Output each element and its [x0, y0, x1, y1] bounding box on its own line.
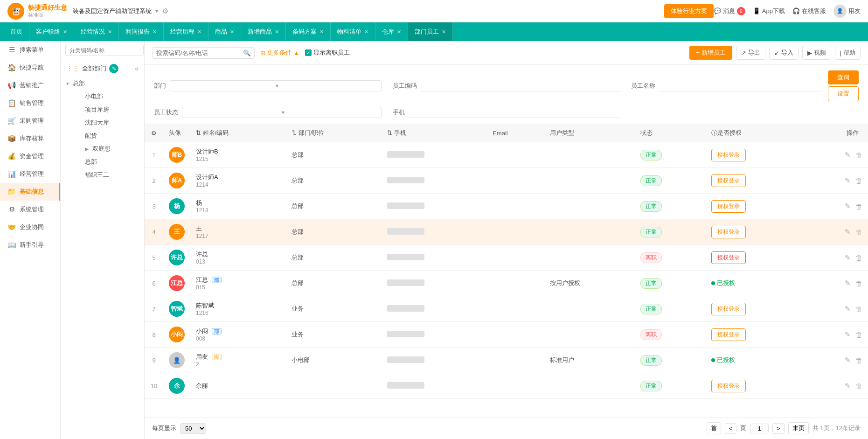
settings-icon[interactable]: ⚙	[162, 7, 168, 15]
delete-icon[interactable]: 🗑	[855, 279, 862, 287]
nav-tab-history[interactable]: 经营历程 ✕	[164, 22, 208, 41]
close-icon[interactable]: ✕	[397, 22, 401, 41]
sidebar-item-finance[interactable]: 💰 资金管理	[0, 147, 60, 165]
delete-icon[interactable]: 🗑	[855, 228, 862, 236]
tree-node-xiaodianbu[interactable]: 小电部	[76, 90, 144, 103]
sidebar-item-inventory[interactable]: 📦 库存核算	[0, 130, 60, 147]
edit-icon[interactable]: ✎	[845, 356, 851, 364]
tree-node-zongbu[interactable]: ▾ 总部	[61, 77, 144, 90]
delete-icon[interactable]: 🗑	[855, 177, 862, 185]
sidebar-item-quick-nav[interactable]: 🏠 快捷导航	[0, 59, 60, 77]
auth-button[interactable]: 授权登录	[711, 328, 746, 341]
import-button[interactable]: ↙ 导入	[769, 46, 799, 60]
edit-icon[interactable]: ✎	[845, 253, 851, 262]
close-icon[interactable]: ✕	[153, 22, 157, 41]
page-input[interactable]	[750, 424, 769, 433]
delete-icon[interactable]: 🗑	[855, 382, 862, 390]
edit-icon[interactable]: ✎	[845, 176, 851, 185]
tree-node-shuangluo[interactable]: ▶ 双庭想	[76, 142, 144, 155]
auth-button[interactable]: 授权登录	[711, 149, 746, 161]
delete-icon[interactable]: 🗑	[855, 331, 862, 339]
sidebar-item-marketing[interactable]: 📢 营销推广	[0, 77, 60, 94]
edit-icon[interactable]: ✎	[845, 330, 851, 339]
tree-node-buzhiwang[interactable]: 補织王二	[76, 168, 144, 181]
settings-icon[interactable]: ⚙	[151, 130, 157, 137]
message-item[interactable]: 💬 消息 6	[714, 7, 745, 15]
tree-node-zongbu2[interactable]: 总部	[76, 155, 144, 168]
tree-node-peihuo[interactable]: 配货	[76, 129, 144, 142]
sidebar-item-search-menu[interactable]: ☰ 搜索菜单	[0, 41, 60, 59]
auth-button[interactable]: 授权登录	[711, 174, 746, 187]
delete-icon[interactable]: 🗑	[855, 356, 862, 364]
edit-icon[interactable]: ✎	[845, 305, 851, 313]
sidebar-item-enterprise[interactable]: 🤝 企业协同	[0, 218, 60, 236]
auth-button[interactable]: 授权登录	[711, 251, 746, 264]
auth-button[interactable]: 授权登录	[711, 226, 746, 238]
export-button[interactable]: ↗ 导出	[736, 46, 765, 60]
sidebar-item-sales[interactable]: 📋 销售管理	[0, 94, 60, 112]
nav-tab-barcode[interactable]: 条码方案 ✕	[286, 22, 331, 41]
nav-tab-materials[interactable]: 物料清单 ✕	[331, 22, 375, 41]
edit-icon[interactable]: ✎	[845, 279, 851, 287]
nav-tab-customer[interactable]: 客户联络 ✕	[29, 22, 74, 41]
tree-collapse-icon[interactable]: «	[135, 65, 139, 72]
nav-tab-goods[interactable]: 商品 ✕	[208, 22, 241, 41]
close-icon[interactable]: ✕	[364, 22, 368, 41]
phone-input[interactable]	[409, 107, 620, 118]
auth-button[interactable]: 授权登录	[711, 303, 746, 315]
auth-button[interactable]: 授权登录	[711, 380, 746, 392]
nav-tab-staff[interactable]: 部门员工 ✕	[408, 22, 453, 41]
edit-icon[interactable]: ✎	[845, 382, 851, 390]
trial-button[interactable]: 体验行业方案	[664, 4, 714, 18]
tree-node-shenyang[interactable]: 沈阳大库	[76, 116, 144, 129]
more-conditions-btn[interactable]: ⊞ 更多条件 ▲	[260, 49, 299, 57]
delete-icon[interactable]: 🗑	[855, 254, 862, 262]
tree-search-input[interactable]	[65, 45, 144, 56]
edit-icon[interactable]: ✎	[845, 228, 851, 236]
sidebar-item-guide[interactable]: 📖 新手引导	[0, 236, 60, 254]
close-icon[interactable]: ✕	[319, 22, 324, 41]
close-icon[interactable]: ✕	[63, 22, 67, 41]
sidebar-item-system[interactable]: ⚙ 系统管理	[0, 201, 60, 218]
edit-icon[interactable]: ✎	[845, 151, 851, 159]
search-icon[interactable]: 🔍	[243, 49, 250, 56]
tree-node-xiangmu[interactable]: 项目库房	[76, 103, 144, 116]
online-service-item[interactable]: 🎧 在线客服	[792, 7, 826, 15]
setup-button[interactable]: 设置	[828, 86, 859, 101]
dropdown-arrow-icon[interactable]: ▾	[155, 8, 158, 14]
sidebar-item-purchase[interactable]: 🛒 采购管理	[0, 112, 60, 130]
close-icon[interactable]: ✕	[230, 22, 234, 41]
search-input[interactable]	[156, 49, 240, 56]
edit-icon[interactable]: ✎	[845, 202, 851, 210]
add-employee-button[interactable]: + 新增员工	[689, 46, 732, 60]
per-page-select[interactable]: 50 100 200	[180, 423, 206, 434]
auth-button[interactable]: 授权登录	[711, 200, 746, 213]
nav-tab-new-goods[interactable]: 新增商品 ✕	[241, 22, 286, 41]
user-item[interactable]: 👤 用友	[833, 5, 861, 18]
nav-tab-profit[interactable]: 利润报告 ✕	[119, 22, 164, 41]
close-icon[interactable]: ✕	[275, 22, 279, 41]
prev-page-button[interactable]: <	[725, 423, 737, 434]
first-page-button[interactable]: 首	[707, 422, 721, 434]
nav-tab-business[interactable]: 经营情况 ✕	[74, 22, 119, 41]
emp-status-select[interactable]: ▾	[182, 107, 382, 118]
dept-select[interactable]: ▾	[170, 80, 382, 91]
emp-name-input[interactable]	[659, 80, 820, 91]
close-icon[interactable]: ✕	[108, 22, 112, 41]
sidebar-item-operations[interactable]: 📊 经营管理	[0, 165, 60, 183]
show-resigned-checkbox[interactable]: ✓ 显示离职员工	[305, 49, 350, 57]
query-button[interactable]: 查询	[828, 70, 859, 84]
delete-icon[interactable]: 🗑	[855, 151, 862, 159]
view-button[interactable]: ▶ 视频	[802, 46, 831, 60]
emp-code-input[interactable]	[421, 80, 620, 91]
nav-tab-warehouse[interactable]: 仓库 ✕	[375, 22, 408, 41]
tree-edit-icon[interactable]: ✎	[109, 64, 118, 73]
delete-icon[interactable]: 🗑	[855, 305, 862, 313]
close-icon[interactable]: ✕	[197, 22, 201, 41]
help-button[interactable]: | 帮助	[835, 46, 861, 60]
nav-tab-home[interactable]: 首页	[4, 22, 29, 41]
delete-icon[interactable]: 🗑	[855, 202, 862, 210]
app-download-item[interactable]: 📱 App下载	[753, 7, 785, 15]
last-page-button[interactable]: 末页	[788, 422, 809, 434]
close-icon[interactable]: ✕	[442, 22, 446, 41]
